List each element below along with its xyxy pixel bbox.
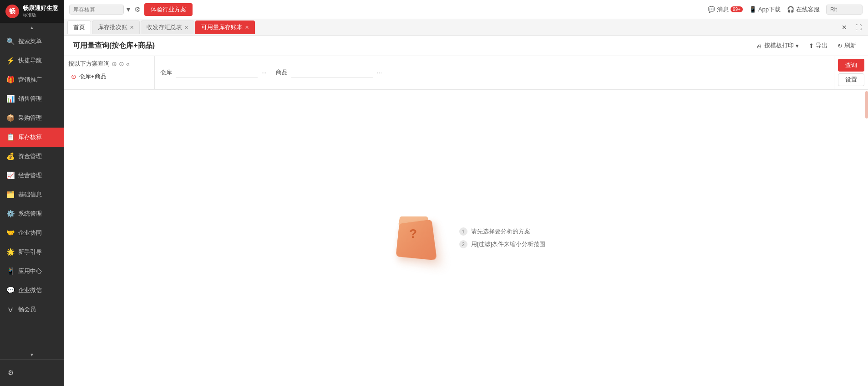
- tip-item-1: 1 请先选择要分析的方案: [459, 227, 545, 236]
- sidebar-item-member[interactable]: V畅会员: [0, 300, 64, 319]
- system-icon: ⚙️: [6, 210, 15, 218]
- print-icon: 🖨: [756, 42, 762, 49]
- warehouse-field-group: 仓库 ···: [160, 67, 267, 77]
- settings-bottom-icon: ⚙: [6, 369, 15, 377]
- wechat-icon: 💬: [6, 286, 15, 294]
- sidebar-item-operations[interactable]: 📈经营管理: [0, 166, 64, 185]
- sidebar-item-label: 经营管理: [18, 171, 42, 180]
- sidebar-item-enterprise[interactable]: 🤝企业协同: [0, 223, 64, 242]
- export-btn[interactable]: ⬆ 导出: [806, 40, 830, 51]
- scheme-item-warehouse[interactable]: ⊙ 仓库+商品: [68, 71, 150, 82]
- sidebar-logo: 畅: [5, 5, 19, 18]
- warehouse-more-icon[interactable]: ···: [261, 69, 267, 76]
- gear-button[interactable]: ⚙: [133, 4, 142, 15]
- scroll-up-arrow[interactable]: ▲: [0, 23, 64, 32]
- sidebar-item-purchase[interactable]: 📦采购管理: [0, 108, 64, 128]
- sidebar-item-search[interactable]: 🔍搜索菜单: [0, 32, 64, 51]
- tab-close-receipt-summary[interactable]: ✕: [184, 25, 188, 31]
- sidebar-item-label: 资金管理: [18, 152, 42, 160]
- finance-icon: 💰: [6, 152, 15, 160]
- sidebar-item-label: 新手引导: [18, 248, 42, 256]
- top-bar-left: ▾ ⚙ 体验行业方案: [69, 3, 704, 16]
- base-info-icon: 🗂️: [6, 190, 15, 199]
- tab-close-batch-account[interactable]: ✕: [130, 25, 134, 31]
- main-area: ▾ ⚙ 体验行业方案 💬 消息 99+ 📱 App下载 🎧 在线客服 首页库存批…: [64, 0, 868, 386]
- query-button[interactable]: 查询: [838, 59, 864, 72]
- warehouse-label: 仓库: [160, 68, 172, 77]
- sidebar-item-finance[interactable]: 💰资金管理: [0, 147, 64, 166]
- breadcrumb-input[interactable]: [69, 5, 124, 15]
- scheme-item-label: 仓库+商品: [79, 72, 107, 81]
- operations-icon: 📈: [6, 171, 15, 180]
- warehouse-input[interactable]: [176, 67, 258, 77]
- top-bar-right: 💬 消息 99+ 📱 App下载 🎧 在线客服: [708, 5, 863, 15]
- dropdown-arrow-icon[interactable]: ▾: [127, 5, 130, 14]
- query-top: 按以下方案查询 ⊕ ⊙ « ⊙ 仓库+商品 仓库 ···: [64, 56, 868, 89]
- tip-text-2: 用[过滤]条件来缩小分析范围: [471, 240, 545, 248]
- sidebar-item-system[interactable]: ⚙️系统管理: [0, 204, 64, 223]
- message-btn[interactable]: 💬 消息 99+: [708, 5, 743, 14]
- page-content: 可用量查询(按仓库+商品) 🖨 按模板打印 ▾ ⬆ 导出 ↻ 刷新: [64, 36, 868, 386]
- sidebar-item-marketing[interactable]: 🎁营销推广: [0, 70, 64, 89]
- product-input[interactable]: [291, 67, 373, 77]
- sidebar-version: 标准版: [23, 12, 58, 18]
- sidebar-item-base-info[interactable]: 🗂️基础信息: [0, 185, 64, 204]
- page-header-actions: 🖨 按模板打印 ▾ ⬆ 导出 ↻ 刷新: [754, 40, 859, 51]
- user-avatar-input[interactable]: [826, 5, 863, 15]
- trial-btn[interactable]: 体验行业方案: [144, 3, 193, 16]
- sidebar-item-quick-nav[interactable]: ⚡快捷导航: [0, 51, 64, 70]
- sidebar-item-newbie[interactable]: 🌟新手引导: [0, 242, 64, 262]
- tab-close-available-qty[interactable]: ✕: [245, 25, 249, 31]
- query-fields: 仓库 ··· 商品 ···: [155, 56, 834, 89]
- export-icon: ⬆: [809, 42, 814, 49]
- tab-label-receipt-summary: 收发存汇总表: [147, 23, 182, 31]
- scroll-down-arrow[interactable]: ▼: [0, 350, 64, 359]
- product-more-icon[interactable]: ···: [377, 69, 382, 76]
- product-label: 商品: [276, 68, 288, 77]
- print-btn[interactable]: 🖨 按模板打印 ▾: [754, 40, 802, 51]
- sidebar-item-label: 销售管理: [18, 95, 42, 103]
- sidebar-item-label: 系统管理: [18, 210, 42, 218]
- scheme-title: 按以下方案查询: [68, 60, 110, 68]
- sidebar-item-label: 企业协同: [18, 229, 42, 237]
- page-header: 可用量查询(按仓库+商品) 🖨 按模板打印 ▾ ⬆ 导出 ↻ 刷新: [64, 36, 868, 56]
- add-scheme-icon[interactable]: ⊕: [112, 60, 117, 67]
- sidebar-item-app-center[interactable]: 📱应用中心: [0, 262, 64, 281]
- app-icon: 📱: [749, 6, 756, 13]
- sales-icon: 📊: [6, 95, 15, 103]
- tab-home[interactable]: 首页: [67, 21, 91, 34]
- tab-label-available-qty: 可用量库存账本: [201, 23, 243, 31]
- online-service-btn[interactable]: 🎧 在线客服: [787, 5, 820, 14]
- sidebar-header: 畅 畅康通好生意 标准版: [0, 0, 64, 23]
- collapse-scheme-icon[interactable]: «: [126, 60, 130, 67]
- tab-label-batch-account: 库存批次账: [98, 23, 127, 31]
- tab-label-home: 首页: [73, 23, 85, 31]
- tip-number-1: 1: [459, 227, 467, 236]
- sidebar-item-settings-bottom[interactable]: ⚙: [0, 363, 64, 382]
- sidebar-item-wechat[interactable]: 💬企业微信: [0, 281, 64, 300]
- app-center-icon: 📱: [6, 267, 15, 275]
- settings-scheme-icon[interactable]: ⊙: [119, 60, 124, 67]
- sidebar-item-label: 搜索菜单: [18, 37, 42, 46]
- sidebar-item-sales[interactable]: 📊销售管理: [0, 89, 64, 108]
- query-area: 按以下方案查询 ⊕ ⊙ « ⊙ 仓库+商品 仓库 ···: [64, 56, 868, 90]
- inventory-icon: 📋: [6, 133, 15, 141]
- right-scrollbar[interactable]: [865, 91, 868, 118]
- tab-batch-account[interactable]: 库存批次账✕: [92, 21, 140, 34]
- sidebar-item-inventory[interactable]: 📋库存核算: [0, 128, 64, 147]
- window-controls: ✕ ⛶: [839, 23, 864, 32]
- empty-state: ? 1 请先选择要分析的方案 2 用[过滤]条件来缩小分析范围: [64, 90, 868, 386]
- maximize-window-btn[interactable]: ⛶: [853, 23, 864, 32]
- app-download-btn[interactable]: 📱 App下载: [749, 5, 781, 14]
- tab-available-qty[interactable]: 可用量库存账本✕: [195, 21, 255, 34]
- settings-button[interactable]: 设置: [838, 73, 864, 86]
- tab-receipt-summary[interactable]: 收发存汇总表✕: [141, 21, 194, 34]
- message-icon: 💬: [708, 6, 715, 13]
- close-window-btn[interactable]: ✕: [839, 23, 850, 32]
- member-icon: V: [6, 306, 15, 314]
- sidebar-item-label: 快捷导航: [18, 57, 42, 65]
- tabs-bar: 首页库存批次账✕收发存汇总表✕可用量库存账本✕ ✕ ⛶: [64, 19, 868, 36]
- refresh-btn[interactable]: ↻ 刷新: [835, 40, 859, 51]
- sidebar-item-label: 营销推广: [18, 76, 42, 84]
- sidebar-company-name: 畅康通好生意: [23, 5, 58, 12]
